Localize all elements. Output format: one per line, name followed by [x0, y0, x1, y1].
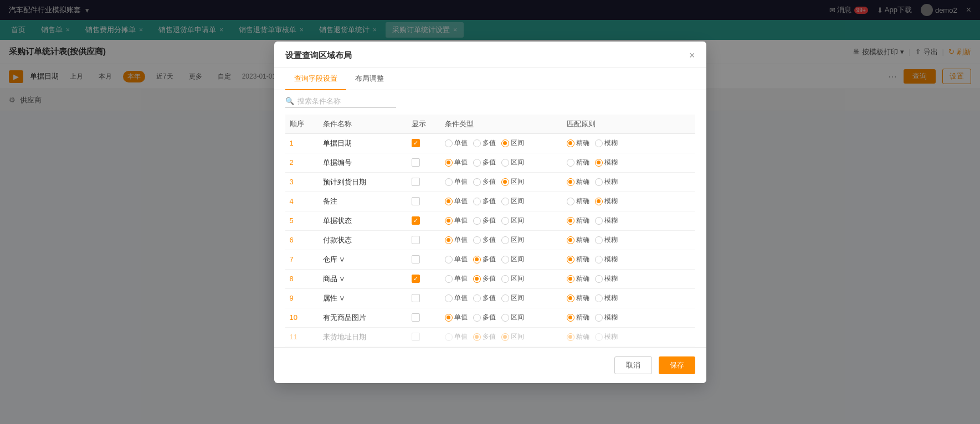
dialog-search-area: 🔍 — [274, 90, 706, 112]
modal-overlay: 设置查询区域布局 × 查询字段设置 布局调整 🔍 顺序 条件名称 显示 条件类型… — [0, 0, 980, 111]
dialog-header: 设置查询区域布局 × — [274, 42, 706, 68]
search-icon: 🔍 — [285, 97, 294, 105]
dialog-tab-query-fields[interactable]: 查询字段设置 — [285, 68, 346, 90]
dialog-tab-layout[interactable]: 布局调整 — [346, 68, 393, 90]
dialog-close-btn[interactable]: × — [689, 50, 695, 60]
dialog: 设置查询区域布局 × 查询字段设置 布局调整 🔍 顺序 条件名称 显示 条件类型… — [274, 42, 706, 112]
dialog-tabs: 查询字段设置 布局调整 — [274, 68, 706, 90]
dialog-title: 设置查询区域布局 — [285, 50, 352, 61]
search-input[interactable] — [297, 97, 386, 105]
search-box: 🔍 — [285, 97, 396, 108]
